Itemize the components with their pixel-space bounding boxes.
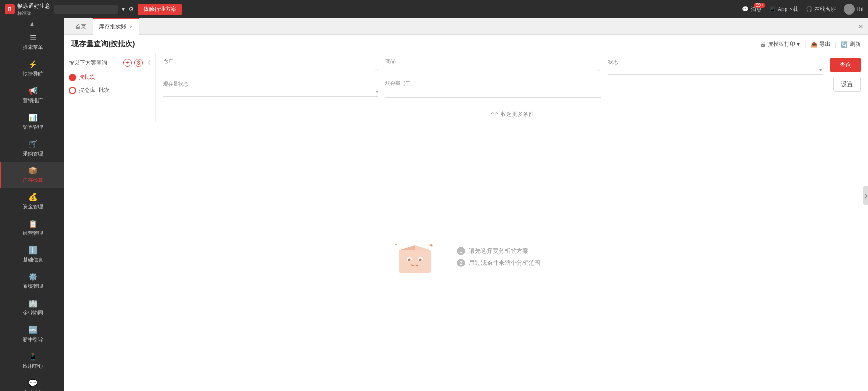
print-btn[interactable]: 🖨 按模板打印 ▾ — [760, 40, 800, 48]
content-area: 首页 库存批次账 ✕ ✕ 现存量查询(按批次) 🖨 按模板打印 ▾ | — [64, 18, 868, 391]
warehouse-field: 仓库 ··· — [163, 58, 378, 75]
collapse-more-btn[interactable]: ⌃⌃ 收起更多条件 — [156, 107, 868, 122]
inventory-icon: 📦 — [28, 166, 38, 175]
top-bar-left: B 畅康通好生意 标准版 ▾ ⚙ 体验行业方案 — [5, 2, 182, 16]
svg-text:✦: ✦ — [394, 242, 398, 247]
export-icon: 📤 — [811, 41, 818, 48]
inventory-qty-max-input[interactable] — [498, 89, 601, 95]
sidebar-item-marketing[interactable]: 📢 营销推广 — [0, 82, 64, 109]
scheme-item-by-batch[interactable]: 按批次 — [64, 71, 155, 84]
scheme-collapse-icon[interactable]: 《 — [145, 59, 151, 67]
user-avatar — [844, 4, 855, 15]
app-download-icon: 📱 — [769, 6, 776, 12]
top-bar-search-input[interactable] — [54, 5, 118, 14]
refresh-btn[interactable]: 🔄 刷新 — [841, 40, 861, 48]
main-layout: ▲ ☰ 搜索菜单 ⚡ 快捷导航 📢 营销推广 📊 销售管理 🛒 采购管理 📦 库… — [0, 18, 868, 391]
tab-batch-account-label: 库存批次账 — [99, 23, 126, 31]
sidebar-item-inventory[interactable]: 📦 库存核算 — [0, 162, 64, 188]
goods-input-wrap: ··· — [385, 66, 600, 75]
sidebar-item-basic-info[interactable]: ℹ️ 基础信息 — [0, 241, 64, 268]
warehouse-input[interactable] — [163, 66, 374, 73]
refresh-icon: 🔄 — [841, 41, 848, 48]
svg-rect-0 — [399, 250, 431, 273]
print-dropdown-icon[interactable]: ▾ — [797, 41, 800, 48]
scheme-item-by-warehouse-batch[interactable]: 按仓库+批次 — [64, 84, 155, 97]
warehouse-input-wrap: ··· — [163, 66, 378, 75]
sales-icon: 📊 — [28, 113, 38, 122]
sidebar-item-app-center[interactable]: 📱 应用中心 — [0, 348, 64, 374]
user-avatar-area[interactable]: Rit — [844, 4, 863, 15]
filter-fields-area: 仓库 ··· 商品 — [156, 53, 868, 122]
sidebar-label-app-center: 应用中心 — [23, 363, 43, 369]
sidebar-item-quick-nav[interactable]: ⚡ 快捷导航 — [0, 55, 64, 82]
sidebar-label-marketing: 营销推广 — [23, 97, 43, 104]
warehouse-more-icon[interactable]: ··· — [374, 66, 378, 73]
status-dropdown-icon[interactable]: ▼ — [819, 67, 823, 72]
system-icon: ⚙️ — [28, 272, 38, 281]
scheme-dot-by-warehouse-batch — [69, 87, 76, 94]
query-btn[interactable]: 查询 — [830, 58, 861, 72]
scheme-item-by-warehouse-batch-label: 按仓库+批次 — [79, 87, 110, 94]
top-bar: B 畅康通好生意 标准版 ▾ ⚙ 体验行业方案 💬 消息 99+ 📱 App下载… — [0, 0, 868, 18]
hint-text-1: 请先选择要分析的方案 — [469, 247, 528, 255]
app-download-btn[interactable]: 📱 App下载 — [769, 5, 798, 13]
top-bar-gear-icon[interactable]: ⚙ — [128, 5, 134, 13]
empty-state-inner: ✦ ✦ 1 请先选择要分析的方案 2 用过滤条件来缩小分析范围 — [392, 236, 540, 277]
empty-box-illustration: ✦ ✦ — [392, 236, 442, 277]
warehouse-label: 仓库 — [163, 58, 378, 65]
svg-point-6 — [419, 258, 422, 261]
filter-fields: 仓库 ··· 商品 — [156, 53, 830, 107]
inventory-status-dropdown-icon[interactable]: ▾ — [376, 89, 378, 94]
sidebar-item-enterprise[interactable]: 🏢 企业协同 — [0, 294, 64, 321]
wechat-icon: 💬 — [28, 379, 38, 387]
sidebar-item-finance[interactable]: 💰 资金管理 — [0, 188, 64, 215]
tab-bar-close-btn[interactable]: ✕ — [858, 23, 863, 30]
status-label: 状态 — [608, 59, 823, 65]
online-service-btn[interactable]: 🎧 在线客服 — [806, 5, 836, 13]
sidebar-item-purchase[interactable]: 🛒 采购管理 — [0, 135, 64, 162]
sidebar-item-search-menu[interactable]: ☰ 搜索菜单 — [0, 29, 64, 55]
sidebar-item-sales[interactable]: 📊 销售管理 — [0, 109, 64, 135]
sidebar-item-new-guide[interactable]: 🆕 新手引导 — [0, 321, 64, 348]
inventory-status-wrap: ▾ — [163, 89, 378, 97]
tab-batch-account-close[interactable]: ✕ — [129, 24, 133, 29]
empty-box-svg: ✦ ✦ — [392, 236, 442, 277]
right-collapse-btn[interactable]: ❯ — [863, 186, 868, 205]
collapse-up-icon: ⌃⌃ — [490, 111, 499, 118]
empty-hints: 1 请先选择要分析的方案 2 用过滤条件来缩小分析范围 — [457, 247, 540, 267]
app-download-label: App下载 — [778, 5, 798, 13]
trial-btn[interactable]: 体验行业方案 — [138, 4, 182, 15]
sidebar-item-wechat[interactable]: 💬 企业微信 — [0, 374, 64, 391]
inventory-qty-wrap: — — [385, 88, 600, 98]
svg-point-5 — [408, 258, 411, 261]
tab-home[interactable]: 首页 — [69, 18, 93, 35]
goods-more-icon[interactable]: ··· — [596, 66, 601, 73]
page-content: 现存量查询(按批次) 🖨 按模板打印 ▾ | 📤 导出 | 🔄 — [64, 35, 868, 391]
page-header-actions: 🖨 按模板打印 ▾ | 📤 导出 | 🔄 刷新 — [760, 40, 861, 48]
message-btn[interactable]: 💬 消息 99+ — [742, 5, 762, 13]
goods-input[interactable] — [385, 66, 596, 73]
top-bar-dropdown-icon[interactable]: ▾ — [122, 6, 125, 12]
sidebar-label-purchase: 采购管理 — [23, 150, 43, 157]
user-name: Rit — [857, 6, 863, 12]
sidebar: ▲ ☰ 搜索菜单 ⚡ 快捷导航 📢 营销推广 📊 销售管理 🛒 采购管理 📦 库… — [0, 18, 64, 391]
sidebar-item-operations[interactable]: 📋 经营管理 — [0, 215, 64, 241]
status-input-wrap[interactable]: ▼ — [608, 67, 823, 75]
enterprise-icon: 🏢 — [28, 299, 38, 308]
scheme-add-icon[interactable]: + — [123, 59, 132, 67]
inventory-qty-min-input[interactable] — [385, 89, 488, 95]
sidebar-item-system[interactable]: ⚙️ 系统管理 — [0, 268, 64, 294]
logo-area: B 畅康通好生意 标准版 — [5, 2, 50, 16]
marketing-icon: 📢 — [28, 87, 38, 95]
sidebar-scroll-up[interactable]: ▲ — [0, 18, 64, 29]
sidebar-label-sales: 销售管理 — [23, 124, 43, 130]
online-service-label: 在线客服 — [814, 5, 836, 13]
page-header: 现存量查询(按批次) 🖨 按模板打印 ▾ | 📤 导出 | 🔄 — [64, 35, 868, 53]
settings-btn[interactable]: 设置 — [833, 77, 861, 92]
inventory-qty-dash: — — [489, 88, 498, 95]
tab-batch-account[interactable]: 库存批次账 ✕ — [93, 18, 139, 35]
export-btn[interactable]: 📤 导出 — [811, 40, 830, 48]
scheme-actions: + ⚙ 《 — [123, 59, 151, 67]
sidebar-label-finance: 资金管理 — [23, 203, 43, 210]
scheme-settings-icon[interactable]: ⚙ — [134, 59, 143, 67]
